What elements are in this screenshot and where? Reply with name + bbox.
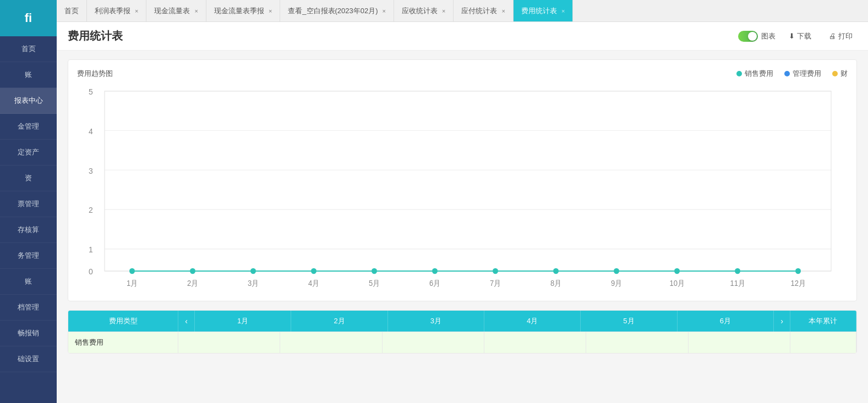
sidebar-item-reports[interactable]: 报表中心 bbox=[0, 88, 57, 114]
sidebar-item-assets[interactable]: 定资产 bbox=[0, 140, 57, 165]
close-tab-blank-report[interactable]: × bbox=[383, 8, 386, 14]
svg-text:7月: 7月 bbox=[490, 279, 501, 288]
legend-admin-label: 管理费用 bbox=[793, 69, 821, 79]
sidebar-item-cash[interactable]: 金管理 bbox=[0, 114, 57, 140]
table-row: 销售费用 bbox=[68, 332, 856, 353]
td-month-4 bbox=[484, 332, 586, 353]
td-expense-type: 销售费用 bbox=[68, 332, 178, 353]
close-tab-profit-quarterly[interactable]: × bbox=[135, 8, 138, 14]
td-month-5 bbox=[586, 332, 688, 353]
legend-admin-dot bbox=[784, 71, 790, 76]
th-expense-type: 费用类型 bbox=[68, 311, 178, 332]
legend-sales-dot bbox=[736, 71, 742, 76]
td-month-2 bbox=[280, 332, 382, 353]
td-month-1 bbox=[178, 332, 280, 353]
td-yearly-total bbox=[790, 332, 856, 353]
legend-finance: 财 bbox=[832, 69, 848, 79]
table-header: 费用类型 ‹ 1月 2月 3月 4月 5月 6月 › 本年累计 bbox=[68, 311, 856, 332]
legend-sales-label: 销售费用 bbox=[745, 69, 773, 79]
sidebar-item-invoice[interactable]: 票管理 bbox=[0, 191, 57, 217]
chart-title: 费用趋势图 bbox=[77, 69, 848, 79]
th-prev-arrow[interactable]: ‹ bbox=[178, 311, 195, 332]
close-tab-receivable[interactable]: × bbox=[442, 8, 445, 14]
tab-profit-quarterly[interactable]: 利润表季报 × bbox=[87, 0, 146, 21]
svg-text:2: 2 bbox=[89, 206, 93, 214]
tab-payable[interactable]: 应付统计表 × bbox=[454, 0, 513, 21]
close-tab-expense[interactable]: × bbox=[561, 8, 565, 14]
tab-bar: 首页 利润表季报 × 现金流量表 × 现金流量表季报 × 查看_空白报表(202… bbox=[57, 0, 868, 22]
th-month-6: 6月 bbox=[678, 311, 774, 332]
td-month-6 bbox=[689, 332, 790, 353]
chart-legend: 销售费用 管理费用 财 bbox=[736, 69, 848, 79]
svg-point-15 bbox=[250, 268, 256, 274]
sidebar-item-inventory[interactable]: 存核算 bbox=[0, 217, 57, 243]
svg-text:9月: 9月 bbox=[611, 279, 622, 288]
sidebar-item-settings[interactable]: 础设置 bbox=[0, 346, 57, 372]
svg-text:11月: 11月 bbox=[730, 279, 745, 288]
chart-toggle[interactable] bbox=[738, 31, 758, 42]
close-tab-payable[interactable]: × bbox=[501, 8, 505, 14]
sidebar-item-archive[interactable]: 档管理 bbox=[0, 295, 57, 321]
svg-text:8月: 8月 bbox=[550, 279, 561, 288]
svg-point-18 bbox=[432, 268, 438, 274]
th-month-1: 1月 bbox=[195, 311, 291, 332]
svg-text:3: 3 bbox=[89, 166, 93, 175]
chart-toggle-wrap: 图表 bbox=[738, 31, 776, 42]
print-icon: 🖨 bbox=[829, 32, 836, 40]
svg-point-16 bbox=[311, 268, 316, 274]
sidebar: fi 首页 账 报表中心 金管理 定资产 资 票管理 存核算 务管理 账 档管理… bbox=[0, 0, 57, 403]
svg-text:4: 4 bbox=[89, 127, 93, 136]
download-icon: ⬇ bbox=[789, 32, 795, 40]
svg-rect-12 bbox=[105, 91, 831, 271]
header-actions: 图表 ⬇ 下载 🖨 打印 bbox=[738, 29, 857, 43]
svg-point-20 bbox=[553, 268, 559, 274]
svg-point-13 bbox=[129, 268, 135, 274]
chart-section: 费用趋势图 销售费用 管理费用 财 5 4 bbox=[68, 59, 857, 301]
print-button[interactable]: 🖨 打印 bbox=[825, 29, 857, 43]
close-tab-cashflow[interactable]: × bbox=[194, 8, 198, 14]
td-month-3 bbox=[383, 332, 484, 353]
svg-text:1月: 1月 bbox=[127, 279, 138, 288]
legend-finance-label: 财 bbox=[840, 69, 848, 79]
tab-expense[interactable]: 费用统计表 × bbox=[514, 0, 573, 21]
th-month-5: 5月 bbox=[581, 311, 677, 332]
sidebar-item-ledger[interactable]: 账 bbox=[0, 269, 57, 295]
close-tab-cashflow-quarterly[interactable]: × bbox=[269, 8, 272, 14]
sidebar-item-home[interactable]: 首页 bbox=[0, 36, 57, 62]
page-title: 费用统计表 bbox=[68, 29, 123, 43]
sidebar-item-account[interactable]: 账 bbox=[0, 62, 57, 88]
svg-text:10月: 10月 bbox=[669, 279, 684, 288]
svg-point-23 bbox=[735, 268, 740, 274]
th-month-3: 3月 bbox=[388, 311, 484, 332]
tab-cashflow-quarterly[interactable]: 现金流量表季报 × bbox=[206, 0, 280, 21]
svg-text:3月: 3月 bbox=[248, 279, 259, 288]
svg-text:0: 0 bbox=[89, 267, 93, 276]
content-area: 费用统计表 图表 ⬇ 下载 🖨 打印 费用趋势图 bbox=[57, 22, 868, 403]
page-header: 费用统计表 图表 ⬇ 下载 🖨 打印 bbox=[57, 22, 868, 51]
chart-svg: 5 4 3 2 1 0 bbox=[77, 83, 848, 292]
table-section: 费用类型 ‹ 1月 2月 3月 4月 5月 6月 › 本年累计 销售费用 bbox=[68, 310, 857, 354]
download-button[interactable]: ⬇ 下载 bbox=[784, 29, 816, 43]
svg-point-21 bbox=[614, 268, 619, 274]
svg-point-22 bbox=[674, 268, 680, 274]
svg-text:2月: 2月 bbox=[187, 279, 198, 288]
tab-home[interactable]: 首页 bbox=[57, 0, 87, 21]
tab-receivable[interactable]: 应收统计表 × bbox=[394, 0, 454, 21]
svg-text:1: 1 bbox=[89, 245, 93, 254]
sidebar-item-capital[interactable]: 资 bbox=[0, 165, 57, 191]
sidebar-item-service[interactable]: 务管理 bbox=[0, 243, 57, 269]
sidebar-item-expense[interactable]: 畅报销 bbox=[0, 321, 57, 346]
svg-point-19 bbox=[493, 268, 498, 274]
svg-text:4月: 4月 bbox=[308, 279, 319, 288]
legend-sales: 销售费用 bbox=[736, 69, 773, 79]
svg-text:5月: 5月 bbox=[369, 279, 380, 288]
tab-cashflow[interactable]: 现金流量表 × bbox=[146, 0, 206, 21]
svg-point-24 bbox=[795, 268, 801, 274]
main-area: 首页 利润表季报 × 现金流量表 × 现金流量表季报 × 查看_空白报表(202… bbox=[57, 0, 868, 403]
svg-point-17 bbox=[372, 268, 377, 274]
chart-toggle-label: 图表 bbox=[761, 31, 776, 41]
svg-text:6月: 6月 bbox=[429, 279, 440, 288]
th-next-arrow[interactable]: › bbox=[774, 311, 790, 332]
tab-blank-report[interactable]: 查看_空白报表(2023年02月) × bbox=[280, 0, 394, 21]
th-yearly-total: 本年累计 bbox=[790, 311, 856, 332]
